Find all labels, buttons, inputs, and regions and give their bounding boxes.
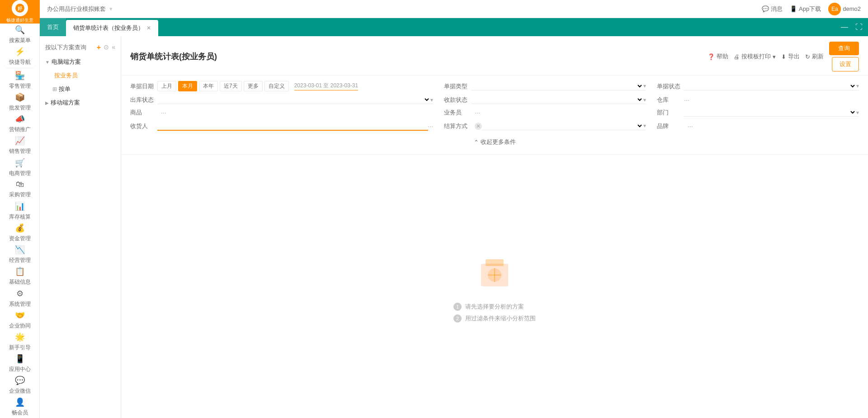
left-panel: 按以下方案查询 + ⊙ « ▼ 电脑端方案 按业务员 ⊞ 按单: [40, 36, 121, 418]
sidebar-item-marketing[interactable]: 📣 营销推广: [0, 113, 40, 135]
sidebar-item-member[interactable]: 👤 畅会员: [0, 396, 40, 418]
collection-select[interactable]: ▾: [471, 96, 646, 104]
order-type-dropdown[interactable]: [471, 82, 643, 90]
order-type-select[interactable]: ▾: [471, 82, 646, 90]
breadcrumb-arrow: ▾: [109, 5, 113, 12]
warehouse-dots-icon[interactable]: ···: [684, 96, 689, 104]
filter-order-type: 单据类型 ▾: [444, 82, 646, 90]
tree-child-label: 按业务员: [54, 71, 78, 80]
sidebar-item-label: 经营管理: [9, 256, 31, 264]
sidebar-item-purchase[interactable]: 🛍 采购管理: [0, 178, 40, 200]
empty-illustration: [472, 250, 517, 295]
tab-close-icon[interactable]: ✕: [146, 25, 151, 31]
tree-item-by-order[interactable]: ⊞ 按单: [52, 82, 121, 96]
date-range: 2023-03-01 至 2023-03-31: [294, 82, 358, 90]
ecommerce-icon: 🛒: [15, 158, 25, 168]
sidebar-divider: [6, 68, 33, 68]
sidebar-item-apps[interactable]: 📱 应用中心: [0, 353, 40, 375]
filter-row-2: 出库状态 ▾ 收款状态 ▾: [130, 96, 859, 104]
download-button[interactable]: 📱 App下载: [790, 5, 821, 13]
username: demo2: [843, 5, 861, 12]
settlement-select[interactable]: ▾: [482, 122, 646, 130]
help-label: 帮助: [717, 52, 728, 61]
template-print-button[interactable]: 🖨 按模板打印 ▾: [734, 52, 776, 61]
tree-collapse-icon: ▶: [45, 100, 49, 105]
tree-item-by-salesperson[interactable]: 按业务员: [52, 69, 121, 82]
tree-item-mobile[interactable]: ▶ 移动端方案: [40, 96, 121, 109]
user-menu[interactable]: Ea demo2: [828, 3, 861, 15]
export-button[interactable]: ⬇ 导出: [781, 52, 800, 61]
receiver-input[interactable]: [157, 121, 428, 131]
sidebar-item-newbie[interactable]: 🌟 新手引导: [0, 331, 40, 352]
sidebar-item-search[interactable]: 🔍 搜索菜单: [0, 24, 40, 45]
date-last-7days[interactable]: 近7天: [220, 81, 242, 91]
export-label: 导出: [788, 52, 800, 61]
tab-home-label: 首页: [47, 23, 59, 31]
order-type-label: 单据类型: [444, 82, 471, 90]
empty-hint-1: 1 请先选择要分析的方案: [453, 303, 536, 311]
date-custom[interactable]: 自定义: [264, 81, 289, 91]
svg-text:好: 好: [17, 6, 23, 11]
salesperson-dots-icon[interactable]: ···: [475, 109, 480, 116]
date-buttons: 上月 本月 本年 近7天 更多 自定义 2023-03-01 至 2023-03…: [157, 81, 433, 91]
tab-sales-stat[interactable]: 销货单统计表（按业务员） ✕: [66, 20, 158, 36]
tab-maximize-icon[interactable]: ⛶: [854, 21, 864, 33]
tree-item-pc[interactable]: ▼ 电脑端方案: [40, 55, 121, 69]
date-this-month[interactable]: 本月: [178, 81, 197, 91]
content: 按以下方案查询 + ⊙ « ▼ 电脑端方案 按业务员 ⊞ 按单: [40, 36, 868, 418]
tab-minimize-icon[interactable]: —: [839, 21, 850, 33]
refresh-label: 刷新: [812, 52, 824, 61]
tree-child-label: 按单: [59, 85, 71, 93]
message-button[interactable]: 💬 消息: [762, 5, 783, 13]
order-status-select[interactable]: ▾: [684, 82, 859, 90]
tab-home[interactable]: 首页: [40, 18, 66, 36]
breadcrumb-text: 办公用品行业模拟账套: [47, 5, 106, 13]
collapse-filters-button[interactable]: ⌃ 收起更多条件: [130, 135, 859, 149]
sidebar-item-retail[interactable]: 🏪 零售管理: [0, 69, 40, 91]
collection-dropdown[interactable]: [471, 96, 643, 104]
edit-scheme-button[interactable]: ⊙: [104, 43, 109, 52]
query-button[interactable]: 查询: [829, 42, 859, 55]
goods-dots-icon[interactable]: ···: [161, 109, 166, 116]
sidebar-item-label: 库存核算: [9, 213, 31, 221]
stock-out-dropdown[interactable]: [157, 96, 430, 104]
sidebar-item-finance[interactable]: 💰 资金管理: [0, 222, 40, 243]
sidebar-item-inventory[interactable]: 📊 库存核算: [0, 200, 40, 222]
sidebar-item-system[interactable]: ⚙ 系统管理: [0, 287, 40, 309]
filter-order-status: 单据状态 ▾: [657, 82, 859, 90]
date-last-month[interactable]: 上月: [157, 81, 176, 91]
basic-icon: 📋: [15, 266, 25, 276]
sidebar-item-label: 企业微信: [9, 387, 31, 395]
date-this-year[interactable]: 本年: [199, 81, 218, 91]
order-status-chevron-icon: ▾: [856, 83, 859, 89]
sidebar-item-ecommerce[interactable]: 🛒 电商管理: [0, 157, 40, 178]
sidebar-item-enterprise[interactable]: 🤝 企业协同: [0, 309, 40, 331]
filter-area: 单据日期 上月 本月 本年 近7天 更多 自定义 2023-03-01 至 20…: [121, 76, 868, 155]
sidebar-item-operations[interactable]: 📉 经营管理: [0, 244, 40, 266]
stock-out-select[interactable]: ▾: [157, 96, 433, 104]
sidebar-item-wechat[interactable]: 💬 企业微信: [0, 375, 40, 396]
filter-department: 部门 ▾: [657, 109, 859, 117]
help-button[interactable]: ❓ 帮助: [708, 52, 728, 61]
collapse-panel-button[interactable]: «: [112, 43, 115, 52]
order-status-dropdown[interactable]: [684, 82, 856, 90]
sidebar-item-basic[interactable]: 📋 基础信息: [0, 266, 40, 287]
quicknav-icon: ⚡: [15, 47, 25, 57]
department-dropdown[interactable]: [684, 109, 856, 116]
sidebar-item-quicknav[interactable]: ⚡ 快捷导航: [0, 45, 40, 67]
finance-icon: 💰: [15, 223, 25, 233]
filter-goods: 商品 ···: [130, 109, 433, 117]
hint-text-2: 用过滤条件来缩小分析范围: [465, 314, 536, 323]
sidebar-item-sales[interactable]: 📈 销售管理: [0, 135, 40, 157]
sidebar-item-wholesale[interactable]: 📦 批发管理: [0, 91, 40, 113]
receiver-dots-icon[interactable]: ···: [428, 123, 434, 130]
refresh-button[interactable]: ↻ 刷新: [805, 52, 824, 61]
date-more[interactable]: 更多: [244, 81, 263, 91]
settlement-dropdown[interactable]: [482, 122, 643, 130]
settings-button[interactable]: 设置: [832, 57, 859, 71]
settlement-clear-icon[interactable]: ✕: [475, 123, 482, 130]
department-select[interactable]: ▾: [684, 109, 859, 117]
brand-dots-icon[interactable]: ···: [688, 123, 693, 130]
add-scheme-button[interactable]: +: [97, 43, 101, 52]
settlement-label: 结算方式: [444, 122, 471, 130]
